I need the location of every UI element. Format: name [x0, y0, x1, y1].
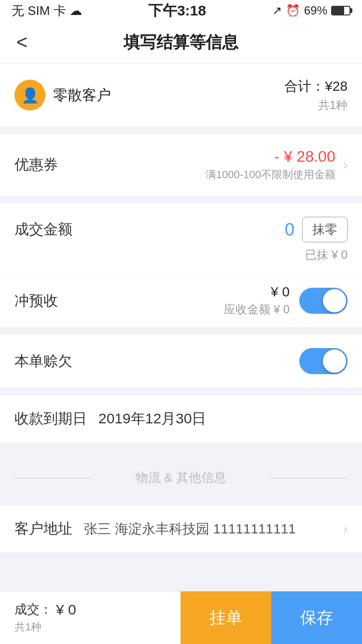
prepay-toggle-knob	[323, 289, 346, 312]
prepay-label: 冲预收	[14, 291, 58, 311]
page-title: 填写结算等信息	[124, 31, 238, 54]
status-bar: 无 SIM 卡 ☁ 下午3:18 ↗ ⏰ 69%	[0, 0, 362, 21]
address-section[interactable]: 客户地址 张三 海淀永丰科技园 11111111111 ›	[0, 505, 362, 552]
battery-label: 69%	[304, 4, 327, 17]
coupon-section: 优惠券 - ¥ 28.00 满1000-100不限制使用金额 ›	[0, 134, 362, 196]
due-date-value: 2019年12月30日	[98, 409, 206, 429]
deal-label: 成交金额	[14, 220, 72, 239]
location-icon: ↗	[272, 4, 282, 17]
coupon-label: 优惠券	[14, 155, 58, 175]
sim-wifi-label: 无 SIM 卡 ☁	[12, 2, 82, 19]
address-value: 张三 海淀永丰科技园 11111111111	[84, 520, 296, 538]
deal-sub-text: 已抹 ¥ 0	[0, 247, 362, 274]
debt-toggle[interactable]	[299, 348, 348, 374]
bottom-deal-amount: ¥ 0	[56, 602, 76, 618]
debt-label: 本单赊欠	[14, 351, 72, 371]
status-left: 无 SIM 卡 ☁	[12, 2, 82, 19]
debt-toggle-knob	[323, 350, 346, 373]
prepay-amount: ¥ 0	[224, 284, 290, 300]
coupon-row[interactable]: 优惠券 - ¥ 28.00 满1000-100不限制使用金额 ›	[0, 134, 362, 196]
coupon-desc: 满1000-100不限制使用金额	[206, 168, 335, 182]
deal-section: 成交金额 抹零 已抹 ¥ 0 冲预收 ¥ 0 应收金额 ¥ 0	[0, 203, 362, 327]
coupon-right: - ¥ 28.00 满1000-100不限制使用金额 ›	[206, 148, 348, 182]
content: 👤 零散客户 合计：¥28 共1种 优惠券 - ¥ 28.00 满1000-10…	[0, 64, 362, 618]
save-button[interactable]: 保存	[271, 591, 362, 644]
prepay-receivable: 应收金额 ¥ 0	[224, 302, 290, 317]
prepay-toggle[interactable]	[299, 288, 348, 314]
status-right: ↗ ⏰ 69%	[272, 4, 350, 17]
customer-row: 👤 零散客户 合计：¥28 共1种	[0, 64, 362, 126]
battery-bar	[331, 6, 350, 15]
bottom-bar: 成交： ¥ 0 共1种 挂单 保存	[0, 591, 362, 644]
address-label: 客户地址	[14, 519, 72, 539]
battery-fill	[332, 7, 344, 14]
due-date-section: 收款到期日 2019年12月30日	[0, 395, 362, 442]
customer-summary: 合计：¥28 共1种	[284, 77, 348, 113]
logistics-label: 物流 & 其他信息	[128, 470, 234, 485]
address-chevron-icon: ›	[343, 521, 348, 537]
coupon-amount: - ¥ 28.00	[206, 148, 335, 166]
bottom-summary: 成交： ¥ 0 共1种	[0, 601, 181, 634]
status-time: 下午3:18	[148, 1, 206, 21]
customer-name: 零散客户	[53, 85, 111, 105]
total-amount: 合计：¥28	[284, 77, 348, 96]
logistics-divider: 物流 & 其他信息	[0, 458, 362, 498]
prepay-right: ¥ 0 应收金额 ¥ 0	[224, 284, 348, 317]
bottom-deal-label: 成交：	[14, 601, 52, 618]
total-count: 共1种	[284, 98, 348, 113]
bottom-count: 共1种	[14, 620, 166, 634]
alarm-icon: ⏰	[286, 4, 300, 17]
avatar: 👤	[14, 80, 45, 111]
customer-left: 👤 零散客户	[14, 80, 111, 111]
coupon-info: - ¥ 28.00 满1000-100不限制使用金额	[206, 148, 335, 182]
avatar-icon: 👤	[21, 87, 39, 104]
deal-amount-row: 成交金额 抹零	[0, 203, 362, 247]
nav-bar: < 填写结算等信息	[0, 21, 362, 64]
section-separator	[0, 442, 362, 450]
debt-section: 本单赊欠	[0, 335, 362, 388]
chevron-right-icon: ›	[343, 157, 348, 173]
back-button[interactable]: <	[12, 27, 32, 58]
deal-right: 抹零	[237, 217, 348, 242]
address-left: 客户地址 张三 海淀永丰科技园 11111111111	[14, 519, 296, 539]
round-zero-button[interactable]: 抹零	[302, 217, 348, 242]
due-date-label: 收款到期日	[14, 409, 87, 429]
prepay-amounts: ¥ 0 应收金额 ¥ 0	[224, 284, 290, 317]
prepay-row: 冲预收 ¥ 0 应收金额 ¥ 0	[0, 274, 362, 327]
hang-button[interactable]: 挂单	[181, 591, 271, 644]
deal-amount-input[interactable]	[237, 220, 294, 240]
